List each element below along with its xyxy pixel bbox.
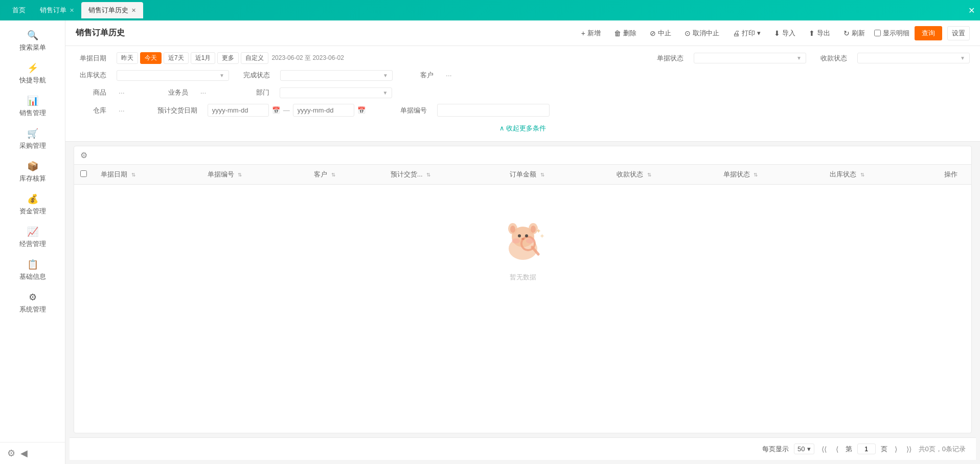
page-size-select[interactable]: 50 ▾ xyxy=(794,444,814,454)
empty-illustration: ✦ ✦ xyxy=(497,215,549,267)
sidebar-item-purchase[interactable]: 🛒 采购管理 xyxy=(0,123,65,156)
delete-button[interactable]: 🗑 删除 xyxy=(610,27,641,40)
th-order-status-label: 单据状态 xyxy=(723,170,750,178)
tab-sales-order-close[interactable]: ✕ xyxy=(70,7,74,14)
goods-more-btn[interactable]: ··· xyxy=(117,86,127,99)
page-size-value: 50 xyxy=(797,445,805,453)
empty-text: 暂无数据 xyxy=(510,273,536,282)
refresh-icon: ↻ xyxy=(844,29,850,37)
table-settings-icon[interactable]: ⚙ xyxy=(80,150,87,160)
refresh-button[interactable]: ↻ 刷新 xyxy=(839,27,869,40)
tab-sales-order[interactable]: 销售订单 ✕ xyxy=(33,2,81,18)
prev-page-btn[interactable]: ⟨ xyxy=(834,444,840,454)
th-order-status-sort[interactable]: ⇅ xyxy=(754,172,758,178)
search-icon: 🔍 xyxy=(27,30,38,41)
date-btn-yesterday[interactable]: 昨天 xyxy=(117,52,138,64)
date-btn-today[interactable]: 今天 xyxy=(140,52,162,64)
date-btn-1month[interactable]: 近1月 xyxy=(191,52,216,64)
outbound-status-select[interactable]: ▼ xyxy=(117,70,229,81)
date-btn-custom[interactable]: 自定义 xyxy=(241,52,268,64)
svg-point-5 xyxy=(531,226,536,233)
purchase-icon: 🛒 xyxy=(27,128,38,139)
table-header-row: 单据日期 ⇅ 单据编号 ⇅ 客户 ⇅ xyxy=(74,165,971,185)
th-outbound-status: 出库状态 ⇅ xyxy=(824,165,930,185)
department-select[interactable]: ▼ xyxy=(280,87,392,98)
th-expected-date-sort[interactable]: ⇅ xyxy=(426,172,430,178)
date-btn-7days[interactable]: 近7天 xyxy=(164,52,189,64)
sidebar-item-basic-info[interactable]: 📋 基础信息 xyxy=(0,254,65,286)
tab-home-label: 首页 xyxy=(12,6,26,15)
customer-label: 客户 xyxy=(403,71,434,80)
cancel-stop-button[interactable]: ⊙ 取消中止 xyxy=(680,27,723,40)
salesperson-more-btn[interactable]: ··· xyxy=(198,86,209,99)
th-outbound-sort[interactable]: ⇅ xyxy=(860,172,864,178)
sidebar-item-operations[interactable]: 📈 经营管理 xyxy=(0,221,65,254)
export-icon: ⬆ xyxy=(809,29,815,37)
filter-row-4: 仓库 ··· 预计交货日期 📅 — 📅 单据编号 xyxy=(76,104,970,117)
settings-button[interactable]: 设置 xyxy=(947,26,970,40)
first-page-btn[interactable]: ⟨⟨ xyxy=(819,444,829,454)
sidebar-settings-icon[interactable]: ⚙ xyxy=(7,448,15,459)
sidebar-item-finance-label: 资金管理 xyxy=(19,207,46,216)
calendar-start-icon[interactable]: 📅 xyxy=(272,106,280,114)
show-detail-checkbox[interactable] xyxy=(874,30,881,36)
sidebar-item-sales[interactable]: 📊 销售管理 xyxy=(0,90,65,123)
print-button[interactable]: 🖨 打印 ▾ xyxy=(728,27,765,40)
th-customer-label: 客户 xyxy=(314,170,327,178)
department-label: 部门 xyxy=(239,88,269,97)
tab-home[interactable]: 首页 xyxy=(5,2,33,18)
last-page-btn[interactable]: ⟩⟩ xyxy=(904,444,914,454)
sidebar-item-inventory[interactable]: 📦 库存核算 xyxy=(0,156,65,188)
quicknav-icon: ⚡ xyxy=(27,62,38,74)
table-toolbar: ⚙ xyxy=(74,146,971,165)
tab-sales-history-close[interactable]: ✕ xyxy=(131,7,136,14)
sidebar-item-system[interactable]: ⚙ 系统管理 xyxy=(0,286,65,319)
complete-status-select[interactable]: ▼ xyxy=(280,70,393,81)
goods-label: 商品 xyxy=(76,88,106,97)
add-button[interactable]: + 新增 xyxy=(577,27,605,40)
tab-sales-history[interactable]: 销售订单历史 ✕ xyxy=(81,2,143,18)
export-button[interactable]: ⬆ 导出 xyxy=(805,27,834,40)
page-unit-label: 页 xyxy=(881,445,887,454)
cancel-stop-icon: ⊙ xyxy=(685,29,691,37)
th-payment-sort[interactable]: ⇅ xyxy=(647,172,651,178)
top-bar-right: ✕ xyxy=(968,6,975,15)
date-separator: — xyxy=(283,106,290,114)
customer-more-btn[interactable]: ··· xyxy=(444,69,454,81)
sidebar-item-quicknav[interactable]: ⚡ 快捷导航 xyxy=(0,57,65,90)
th-date-label: 单据日期 xyxy=(101,170,127,178)
complete-arrow: ▼ xyxy=(383,73,388,78)
th-customer-sort[interactable]: ⇅ xyxy=(331,172,335,178)
sidebar-item-search[interactable]: 🔍 搜索菜单 xyxy=(0,25,65,57)
th-date-sort[interactable]: ⇅ xyxy=(131,172,135,178)
show-detail-checkbox-group[interactable]: 显示明细 xyxy=(874,29,909,38)
warehouse-more-btn[interactable]: ··· xyxy=(117,104,127,117)
next-page-btn[interactable]: ⟩ xyxy=(893,444,899,454)
window-close-button[interactable]: ✕ xyxy=(968,6,975,15)
sidebar-item-finance[interactable]: 💰 资金管理 xyxy=(0,188,65,221)
expected-date-start-input[interactable] xyxy=(208,104,269,117)
collapse-bar[interactable]: ∧ 收起更多条件 xyxy=(76,122,970,135)
select-all-checkbox[interactable] xyxy=(80,170,87,177)
refresh-label: 刷新 xyxy=(852,29,865,38)
sidebar-collapse-icon[interactable]: ◀ xyxy=(20,448,28,459)
status-select[interactable]: ▼ xyxy=(694,53,806,63)
th-amount-sort[interactable]: ⇅ xyxy=(540,172,544,178)
query-button[interactable]: 查询 xyxy=(915,26,942,40)
date-btn-more[interactable]: 更多 xyxy=(217,52,239,64)
calendar-end-icon[interactable]: 📅 xyxy=(357,106,366,114)
th-order-status: 单据状态 ⇅ xyxy=(717,165,824,185)
th-expected-date: 预计交货... ⇅ xyxy=(384,165,504,185)
order-no-input[interactable] xyxy=(437,104,550,117)
th-order-no-sort[interactable]: ⇅ xyxy=(238,172,242,178)
sidebar-item-sales-label: 销售管理 xyxy=(19,108,46,118)
import-button[interactable]: ⬇ 导入 xyxy=(770,27,800,40)
page-number-input[interactable] xyxy=(857,444,876,454)
tab-sales-order-label: 销售订单 xyxy=(40,6,66,15)
payment-status-select[interactable]: ▼ xyxy=(857,53,970,63)
date-filter-label: 单据日期 xyxy=(76,54,106,63)
expected-date-end-input[interactable] xyxy=(293,104,354,117)
stop-button[interactable]: ⊘ 中止 xyxy=(646,27,675,40)
th-checkbox xyxy=(74,165,95,185)
page-size-arrow: ▾ xyxy=(807,445,811,453)
